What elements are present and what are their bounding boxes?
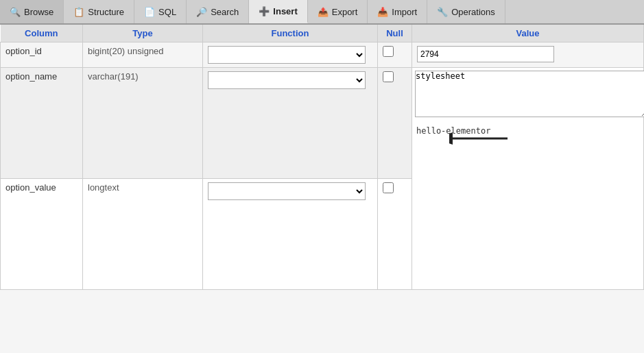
cell-func-option-id	[203, 42, 378, 68]
insert-table: Column Type Function Null Value option_i…	[0, 25, 644, 290]
navbar: 🔍 Browse 📋 Structure 📄 SQL 🔎 Search ➕ In…	[0, 0, 644, 25]
cell-func-option-name	[203, 68, 378, 179]
null-checkbox-option-name[interactable]	[383, 71, 394, 82]
nav-browse[interactable]: 🔍 Browse	[0, 0, 64, 23]
function-select-option-name[interactable]	[208, 71, 366, 89]
cell-value-option-id	[412, 42, 644, 68]
cell-value-merged: stylesheet hello-elementor	[412, 68, 644, 290]
annotation-container: hello-elementor	[415, 125, 641, 136]
null-checkbox-option-id[interactable]	[383, 46, 394, 57]
cell-column-option-value: option_value	[1, 179, 83, 290]
browse-icon: 🔍	[10, 7, 21, 17]
cell-type-option-name: varchar(191)	[83, 68, 203, 179]
search-icon: 🔎	[196, 7, 207, 17]
nav-browse-label: Browse	[24, 7, 53, 17]
nav-export[interactable]: 📤 Export	[308, 0, 368, 23]
table-row: option_id bigint(20) unsigned	[1, 42, 644, 68]
structure-icon: 📋	[73, 7, 84, 17]
function-select-option-id[interactable]	[208, 46, 366, 64]
nav-structure-label: Structure	[88, 7, 124, 17]
value-input-option-id[interactable]	[417, 46, 554, 62]
header-null: Null	[378, 25, 412, 42]
header-column: Column	[1, 25, 83, 42]
export-icon: 📤	[318, 7, 329, 17]
nav-search[interactable]: 🔎 Search	[187, 0, 249, 23]
nav-insert[interactable]: ➕ Insert	[249, 0, 307, 23]
cell-type-option-id: bigint(20) unsigned	[83, 42, 203, 68]
header-type: Type	[83, 25, 203, 42]
cell-null-option-value	[378, 179, 412, 290]
insert-icon: ➕	[259, 6, 270, 16]
nav-insert-label: Insert	[273, 6, 297, 16]
sql-icon: 📄	[144, 7, 155, 17]
header-function: Function	[203, 25, 378, 42]
cell-null-option-name	[378, 68, 412, 179]
nav-sql[interactable]: 📄 SQL	[134, 0, 187, 23]
cell-type-option-value: longtext	[83, 179, 203, 290]
value-textarea-option-name[interactable]: stylesheet	[415, 71, 644, 117]
function-select-option-value[interactable]	[208, 182, 366, 200]
nav-import-label: Import	[392, 7, 417, 17]
table-row: option_name varchar(191) stylesheet	[1, 68, 644, 179]
table-header-row: Column Type Function Null Value	[1, 25, 644, 42]
nav-export-label: Export	[332, 7, 358, 17]
nav-operations-label: Operations	[451, 7, 495, 17]
cell-null-option-id	[378, 42, 412, 68]
nav-structure[interactable]: 📋 Structure	[64, 0, 134, 23]
cell-column-option-id: option_id	[1, 42, 83, 68]
cell-column-option-name: option_name	[1, 68, 83, 179]
operations-icon: 🔧	[437, 7, 448, 17]
main-content: Column Type Function Null Value option_i…	[0, 25, 644, 290]
nav-operations[interactable]: 🔧 Operations	[427, 0, 505, 23]
arrow-icon	[449, 118, 511, 159]
import-icon: 📥	[377, 7, 388, 17]
null-checkbox-option-value[interactable]	[383, 182, 394, 193]
nav-sql-label: SQL	[158, 7, 176, 17]
header-value: Value	[412, 25, 644, 42]
cell-func-option-value	[203, 179, 378, 290]
nav-import[interactable]: 📥 Import	[368, 0, 427, 23]
nav-search-label: Search	[211, 7, 239, 17]
option-name-value-wrapper: stylesheet	[415, 71, 641, 119]
